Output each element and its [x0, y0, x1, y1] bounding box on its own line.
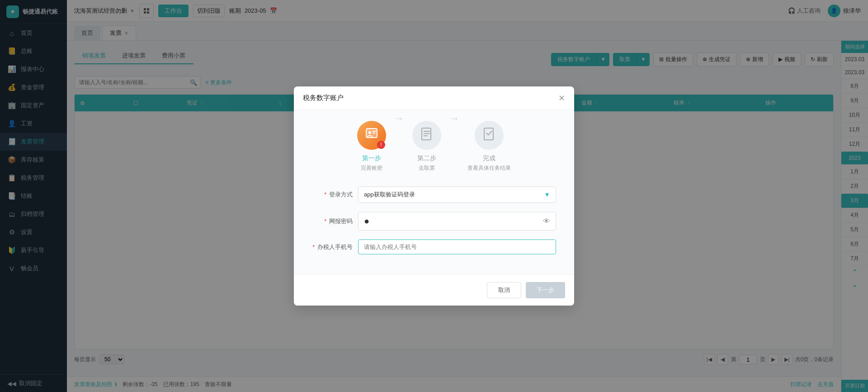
chevron-down-icon: ▼ [544, 191, 550, 198]
password-label: * 网报密码 [312, 217, 353, 225]
step-2-icon-wrap [412, 121, 441, 150]
phone-field-wrap [358, 239, 556, 254]
password-row: * 网报密码 👁 [312, 212, 556, 230]
step-1-label: 第一步 [362, 154, 381, 163]
step-arrow-1: → [386, 113, 412, 124]
step-1-icon-wrap: ! [357, 121, 386, 150]
password-toggle-icon[interactable]: 👁 [543, 217, 550, 225]
step-2-desc: 去取票 [419, 164, 435, 172]
step-3-label: 完成 [483, 154, 495, 163]
tax-digital-modal: 税务数字账户 ✕ [294, 86, 574, 306]
step-2-label: 第二步 [417, 154, 436, 163]
modal-header: 税务数字账户 ✕ [294, 86, 574, 110]
cancel-button[interactable]: 取消 [487, 282, 521, 298]
step-3-icon-wrap [475, 121, 504, 150]
login-method-value: app获取验证码登录 [364, 191, 415, 199]
modal-title: 税务数字账户 [303, 94, 344, 102]
svg-rect-6 [373, 131, 376, 132]
step-2-icon [420, 127, 434, 144]
phone-label: * 办税人手机号 [312, 243, 353, 251]
svg-point-5 [368, 131, 371, 134]
step-arrow-2: → [441, 113, 467, 124]
login-method-select[interactable]: app获取验证码登录 ▼ [358, 186, 556, 203]
next-button[interactable]: 下一步 [526, 282, 565, 298]
modal-form: * 登录方式 app获取验证码登录 ▼ * 网报密码 [312, 186, 556, 254]
login-method-label: * 登录方式 [312, 191, 353, 199]
step-1-icon [364, 127, 379, 144]
modal-body: ! 第一步 完善账密 → [294, 110, 574, 274]
step-3-icon [482, 127, 496, 144]
modal-overlay: 税务数字账户 ✕ [0, 0, 868, 392]
step-3: 完成 查看具体任务结果 [467, 121, 511, 172]
phone-row: * 办税人手机号 [312, 239, 556, 254]
step-3-desc: 查看具体任务结果 [467, 164, 511, 172]
login-method-row: * 登录方式 app获取验证码登录 ▼ [312, 186, 556, 203]
step-1: ! 第一步 完善账密 [357, 121, 386, 172]
step-2: 第二步 去取票 [412, 121, 441, 172]
steps: ! 第一步 完善账密 → [312, 121, 556, 172]
modal-footer: 取消 下一步 [294, 274, 574, 306]
password-input[interactable] [364, 216, 543, 226]
modal-close-button[interactable]: ✕ [558, 94, 565, 102]
phone-input[interactable] [359, 240, 556, 254]
password-field-wrap: 👁 [358, 212, 556, 230]
step-1-badge: ! [377, 141, 385, 149]
step-1-desc: 完善账密 [361, 164, 382, 172]
svg-rect-7 [373, 133, 375, 134]
